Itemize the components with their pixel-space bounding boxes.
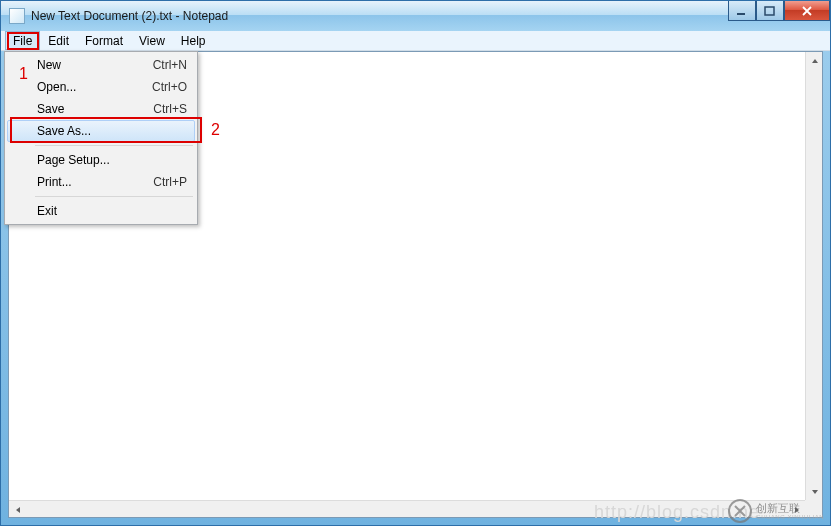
file-menu-save-as[interactable]: Save As... <box>7 120 195 142</box>
horizontal-scrollbar[interactable] <box>9 500 805 517</box>
window-controls <box>728 1 830 21</box>
scroll-left-button[interactable] <box>9 501 26 518</box>
file-menu-print[interactable]: Print... Ctrl+P <box>7 171 195 193</box>
menu-item-shortcut: Ctrl+P <box>153 175 187 189</box>
menu-view[interactable]: View <box>131 31 173 50</box>
window-title: New Text Document (2).txt - Notepad <box>31 9 228 23</box>
menu-format[interactable]: Format <box>77 31 131 50</box>
maximize-button[interactable] <box>756 1 784 21</box>
file-menu-new[interactable]: New Ctrl+N <box>7 54 195 76</box>
menu-item-label: Open... <box>37 80 152 94</box>
menu-item-shortcut: Ctrl+O <box>152 80 187 94</box>
menu-item-label: Exit <box>37 204 187 218</box>
file-menu-save[interactable]: Save Ctrl+S <box>7 98 195 120</box>
file-menu-open[interactable]: Open... Ctrl+O <box>7 76 195 98</box>
notepad-icon <box>9 8 25 24</box>
menu-edit[interactable]: Edit <box>40 31 77 50</box>
scroll-up-button[interactable] <box>806 52 823 69</box>
menu-file-label: File <box>13 34 32 48</box>
close-button[interactable] <box>784 1 830 21</box>
menu-item-label: Page Setup... <box>37 153 187 167</box>
menu-item-label: Save As... <box>37 124 187 138</box>
menu-file[interactable]: File <box>5 31 40 50</box>
file-menu-exit[interactable]: Exit <box>7 200 195 222</box>
menu-item-shortcut: Ctrl+N <box>153 58 187 72</box>
file-dropdown: New Ctrl+N Open... Ctrl+O Save Ctrl+S Sa… <box>4 51 198 225</box>
menu-item-label: New <box>37 58 153 72</box>
vertical-scrollbar[interactable] <box>805 52 822 500</box>
menu-format-label: Format <box>85 34 123 48</box>
menu-separator <box>35 196 193 197</box>
menu-edit-label: Edit <box>48 34 69 48</box>
titlebar[interactable]: New Text Document (2).txt - Notepad <box>1 1 830 31</box>
menu-separator <box>35 145 193 146</box>
scroll-down-button[interactable] <box>806 483 823 500</box>
minimize-button[interactable] <box>728 1 756 21</box>
notepad-window: New Text Document (2).txt - Notepad File… <box>0 0 831 526</box>
svg-rect-0 <box>737 13 745 15</box>
menu-item-label: Print... <box>37 175 153 189</box>
menu-item-label: Save <box>37 102 153 116</box>
menu-help-label: Help <box>181 34 206 48</box>
scroll-right-button[interactable] <box>788 501 805 518</box>
menu-view-label: View <box>139 34 165 48</box>
menu-help[interactable]: Help <box>173 31 214 50</box>
menu-item-shortcut: Ctrl+S <box>153 102 187 116</box>
menubar: File Edit Format View Help New Ctrl+N Op… <box>1 31 830 51</box>
scroll-corner <box>805 500 822 517</box>
svg-rect-1 <box>765 7 774 15</box>
file-menu-page-setup[interactable]: Page Setup... <box>7 149 195 171</box>
